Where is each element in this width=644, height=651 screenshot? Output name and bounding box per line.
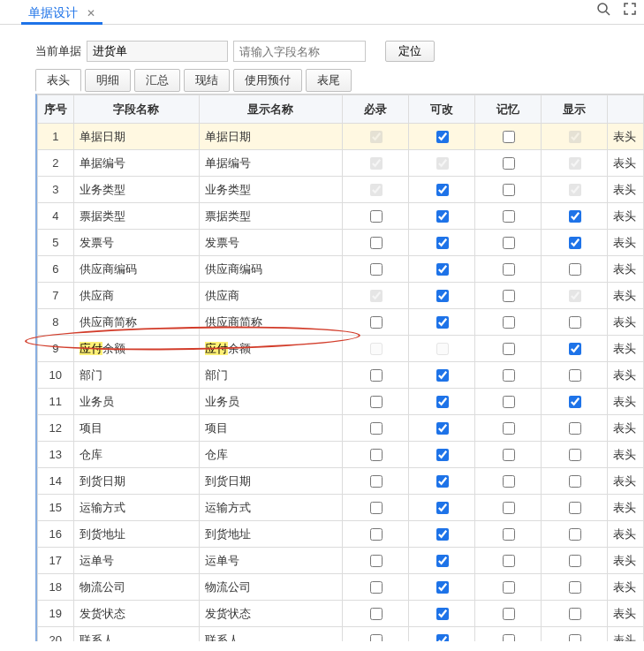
table-row[interactable]: 4票据类型票据类型表头 <box>38 203 644 230</box>
fullscreen-icon[interactable] <box>623 2 637 19</box>
checkbox[interactable] <box>370 237 383 249</box>
checkbox[interactable] <box>569 502 581 514</box>
checkbox[interactable] <box>436 555 449 567</box>
table-row[interactable]: 2单据编号单据编号表头 <box>38 150 644 177</box>
checkbox[interactable] <box>569 210 581 223</box>
checkbox[interactable] <box>569 316 581 329</box>
subtab-4[interactable]: 使用预付 <box>233 69 302 92</box>
checkbox[interactable] <box>436 502 449 514</box>
checkbox[interactable] <box>569 263 581 276</box>
table-row[interactable]: 19发货状态发货状态表头 <box>38 601 644 627</box>
checkbox[interactable] <box>436 396 449 408</box>
table-row[interactable]: 15运输方式运输方式表头 <box>38 495 644 521</box>
checkbox[interactable] <box>370 210 383 223</box>
col-memory[interactable]: 记忆 <box>475 95 542 124</box>
checkbox[interactable] <box>503 343 515 355</box>
checkbox[interactable] <box>503 369 515 382</box>
checkbox[interactable] <box>569 422 581 435</box>
checkbox[interactable] <box>569 237 581 249</box>
checkbox[interactable] <box>503 608 515 620</box>
checkbox[interactable] <box>503 396 515 408</box>
checkbox[interactable] <box>503 555 515 567</box>
checkbox[interactable] <box>503 210 515 223</box>
checkbox[interactable] <box>503 316 515 329</box>
table-row[interactable]: 9应付余额应付余额表头 <box>38 336 644 362</box>
subtab-0[interactable]: 表头 <box>35 69 81 92</box>
locate-button[interactable]: 定位 <box>385 41 435 62</box>
table-row[interactable]: 20联系人联系人表头 <box>38 627 644 642</box>
checkbox[interactable] <box>436 528 449 541</box>
table-row[interactable]: 17运单号运单号表头 <box>38 548 644 574</box>
search-input[interactable] <box>233 41 366 62</box>
checkbox[interactable] <box>436 369 449 382</box>
checkbox[interactable] <box>436 263 449 276</box>
checkbox[interactable] <box>436 449 449 461</box>
current-doc-input[interactable] <box>87 41 228 62</box>
table-row[interactable]: 1单据日期单据日期表头 <box>38 124 644 150</box>
subtab-1[interactable]: 明细 <box>85 69 131 92</box>
checkbox[interactable] <box>436 422 449 435</box>
checkbox[interactable] <box>569 581 581 594</box>
col-field[interactable]: 字段名称 <box>73 95 199 124</box>
col-required[interactable]: 必录 <box>343 95 409 124</box>
page-tab[interactable]: 单据设计 ✕ <box>21 0 102 25</box>
checkbox[interactable] <box>436 290 449 302</box>
table-row[interactable]: 7供应商供应商表头 <box>38 283 644 309</box>
checkbox[interactable] <box>436 581 449 594</box>
checkbox[interactable] <box>436 131 449 143</box>
checkbox[interactable] <box>370 369 383 382</box>
checkbox[interactable] <box>569 449 581 461</box>
checkbox[interactable] <box>370 422 383 435</box>
checkbox[interactable] <box>436 634 449 642</box>
checkbox[interactable] <box>370 263 383 276</box>
checkbox[interactable] <box>370 316 383 329</box>
checkbox[interactable] <box>569 528 581 541</box>
checkbox[interactable] <box>370 634 383 642</box>
subtab-2[interactable]: 汇总 <box>134 69 180 92</box>
subtab-3[interactable]: 现结 <box>184 69 230 92</box>
checkbox[interactable] <box>370 608 383 620</box>
checkbox[interactable] <box>503 422 515 435</box>
checkbox[interactable] <box>370 396 383 408</box>
col-display[interactable]: 显示名称 <box>199 95 342 124</box>
table-row[interactable]: 16到货地址到货地址表头 <box>38 521 644 548</box>
checkbox[interactable] <box>436 184 449 196</box>
checkbox[interactable] <box>370 449 383 461</box>
checkbox[interactable] <box>569 369 581 382</box>
table-row[interactable]: 10部门部门表头 <box>38 362 644 389</box>
table-row[interactable]: 18物流公司物流公司表头 <box>38 574 644 601</box>
checkbox[interactable] <box>370 581 383 594</box>
col-num[interactable]: 序号 <box>38 95 74 124</box>
checkbox[interactable] <box>370 528 383 541</box>
checkbox[interactable] <box>503 237 515 249</box>
checkbox[interactable] <box>569 608 581 620</box>
table-row[interactable]: 3业务类型业务类型表头 <box>38 177 644 203</box>
checkbox[interactable] <box>503 634 515 642</box>
checkbox[interactable] <box>503 131 515 143</box>
close-icon[interactable]: ✕ <box>87 7 95 19</box>
checkbox[interactable] <box>503 528 515 541</box>
table-row[interactable]: 6供应商编码供应商编码表头 <box>38 256 644 283</box>
subtab-5[interactable]: 表尾 <box>306 69 352 92</box>
checkbox[interactable] <box>370 502 383 514</box>
checkbox[interactable] <box>569 555 581 567</box>
checkbox[interactable] <box>503 184 515 196</box>
col-editable[interactable]: 可改 <box>409 95 475 124</box>
checkbox[interactable] <box>503 290 515 302</box>
checkbox[interactable] <box>503 502 515 514</box>
checkbox[interactable] <box>503 157 515 170</box>
checkbox[interactable] <box>436 316 449 329</box>
checkbox[interactable] <box>503 581 515 594</box>
checkbox[interactable] <box>436 237 449 249</box>
checkbox[interactable] <box>569 634 581 642</box>
col-show[interactable]: 显示 <box>542 95 608 124</box>
table-row[interactable]: 8供应商简称供应商简称表头 <box>38 309 644 336</box>
checkbox[interactable] <box>503 263 515 276</box>
checkbox[interactable] <box>569 475 581 488</box>
table-row[interactable]: 14到货日期到货日期表头 <box>38 468 644 495</box>
checkbox[interactable] <box>370 475 383 488</box>
checkbox[interactable] <box>569 396 581 408</box>
checkbox[interactable] <box>436 475 449 488</box>
table-row[interactable]: 13仓库仓库表头 <box>38 442 644 468</box>
checkbox[interactable] <box>569 343 581 355</box>
